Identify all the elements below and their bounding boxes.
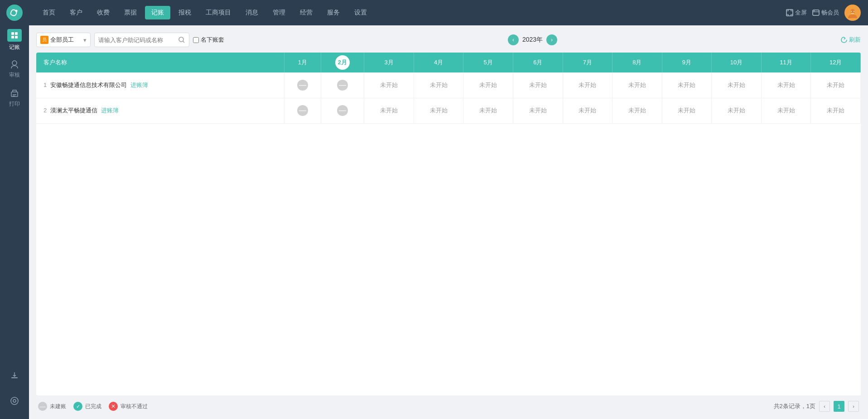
not-started-text: 未开始 — [479, 107, 497, 114]
year-nav: ‹ 2023年 › — [508, 34, 557, 45]
cell-feb: — — [321, 72, 364, 98]
not-started-text: 未开始 — [479, 82, 497, 88]
vip-btn[interactable]: 畅会员 — [812, 9, 839, 17]
refresh-label: 刷新 — [849, 36, 861, 44]
sidebar-item-bookkeeping[interactable]: 记账 — [0, 25, 29, 54]
cell-feb: — — [321, 98, 364, 123]
cell-jul: 未开始 — [563, 98, 612, 123]
not-started-text: 未开始 — [380, 107, 398, 114]
not-started-text: 未开始 — [430, 82, 448, 88]
legend-rejected: ✕ 审核不通过 — [109, 402, 148, 411]
table-row: 1安徽畅捷通信息技术有限公司进账簿——未开始未开始未开始未开始未开始未开始未开始… — [36, 72, 861, 98]
svg-point-12 — [814, 10, 815, 11]
cell-jun: 未开始 — [513, 72, 563, 98]
employee-dropdown-icon: ▾ — [83, 37, 87, 43]
my-accounts-checkbox[interactable] — [193, 37, 199, 43]
employee-select[interactable]: 员 全部员工 ▾ — [36, 33, 91, 47]
sidebar-audit-label: 审核 — [9, 71, 20, 79]
checkbox-wrap[interactable]: 名下账套 — [193, 36, 224, 44]
nav-business[interactable]: 工商项目 — [199, 6, 237, 19]
sidebar-item-print[interactable]: 打印 — [0, 83, 29, 112]
table-scroll: 客户名称 1月 2月 3月 4月 5月 6月 — [36, 53, 861, 124]
not-started-text: 未开始 — [579, 82, 596, 88]
not-started-text: 未开始 — [628, 82, 646, 88]
cell-aug: 未开始 — [612, 98, 662, 123]
prev-year-btn[interactable]: ‹ — [508, 34, 519, 45]
not-started-text: 未开始 — [678, 82, 695, 88]
search-input[interactable] — [98, 37, 175, 43]
col-apr: 4月 — [414, 53, 463, 72]
legend-red-icon: ✕ — [109, 402, 118, 411]
cell-apr: 未开始 — [414, 98, 463, 123]
col-jul: 7月 — [563, 53, 612, 72]
not-started-text: 未开始 — [678, 107, 695, 114]
nav-service[interactable]: 服务 — [321, 6, 346, 19]
svg-rect-4 — [15, 36, 18, 39]
cell-name: 2漠澜太平畅捷通信进账簿 — [36, 98, 285, 123]
legend-not-created: — 未建账 — [38, 402, 66, 411]
col-feb: 2月 — [321, 53, 364, 72]
vip-label: 畅会员 — [821, 9, 839, 17]
nav-billing[interactable]: 收费 — [91, 6, 116, 19]
nav-bookkeeping[interactable]: 记账 — [145, 6, 170, 19]
legend: — 未建账 ✓ 已完成 ✕ 审核不通过 — [38, 402, 148, 411]
refresh-btn[interactable]: 刷新 — [841, 36, 861, 44]
not-started-text: 未开始 — [579, 107, 596, 114]
col-jun: 6月 — [513, 53, 563, 72]
table-wrap: 客户名称 1月 2月 3月 4月 5月 6月 — [36, 53, 861, 395]
next-year-btn[interactable]: › — [546, 34, 557, 45]
cell-nov: 未开始 — [761, 72, 811, 98]
table-row: 2漠澜太平畅捷通信进账簿——未开始未开始未开始未开始未开始未开始未开始未开始未开… — [36, 98, 861, 123]
nav-messages[interactable]: 消息 — [239, 6, 265, 19]
col-mar: 3月 — [364, 53, 414, 72]
legend-rejected-label: 审核不通过 — [121, 403, 148, 410]
sidebar-item-audit[interactable]: 审核 — [0, 54, 29, 83]
nav-invoice[interactable]: 票据 — [118, 6, 143, 19]
cell-mar: 未开始 — [364, 98, 414, 123]
employee-icon: 员 — [40, 36, 48, 44]
nav-tax[interactable]: 报税 — [172, 6, 198, 19]
col-jan: 1月 — [285, 53, 321, 72]
fullscreen-btn[interactable]: 全屏 — [786, 9, 807, 17]
svg-point-9 — [13, 400, 16, 402]
svg-rect-7 — [11, 377, 18, 378]
user-avatar[interactable] — [844, 5, 861, 21]
year-display: 2023年 — [522, 36, 543, 44]
col-aug: 8月 — [612, 53, 662, 72]
not-started-text: 未开始 — [777, 82, 795, 88]
col-dec: 12月 — [811, 53, 861, 72]
svg-point-5 — [12, 61, 17, 65]
cell-name: 1安徽畅捷通信息技术有限公司进账簿 — [36, 72, 285, 98]
prev-page-btn[interactable]: ‹ — [819, 401, 830, 412]
status-dash-icon: — — [297, 80, 308, 91]
col-name: 客户名称 — [36, 53, 285, 72]
nav-customer[interactable]: 客户 — [63, 6, 89, 19]
bookkeeping-icon-box — [7, 29, 22, 42]
nav-operations[interactable]: 经营 — [294, 6, 319, 19]
nav-settings[interactable]: 设置 — [348, 6, 373, 19]
sidebar-support-btn[interactable] — [0, 390, 29, 412]
col-nov: 11月 — [761, 53, 811, 72]
svg-rect-3 — [11, 36, 14, 39]
cell-nov: 未开始 — [761, 98, 811, 123]
svg-rect-10 — [786, 10, 793, 16]
cell-aug: 未开始 — [612, 72, 662, 98]
sidebar-download-btn[interactable] — [0, 365, 29, 386]
sidebar-print-label: 打印 — [9, 100, 20, 108]
nav-home[interactable]: 首页 — [36, 6, 62, 19]
enter-ledger-link[interactable]: 进账簿 — [130, 82, 148, 88]
nav-management[interactable]: 管理 — [266, 6, 292, 19]
next-page-btn[interactable]: › — [848, 401, 859, 412]
nav-items: 首页 客户 收费 票据 记账 报税 工商项目 消息 管理 经营 服务 设置 — [36, 6, 786, 19]
cell-dec: 未开始 — [811, 98, 861, 123]
employee-select-value: 全部员工 — [50, 36, 82, 44]
search-input-wrap — [94, 33, 189, 47]
app-logo-icon — [6, 5, 23, 21]
row-num: 1 — [43, 82, 47, 88]
search-icon — [178, 36, 185, 43]
page-content: 员 全部员工 ▾ 名下账套 ‹ 2023年 › — [29, 25, 868, 419]
enter-ledger-link[interactable]: 进账簿 — [101, 107, 119, 114]
navbar-right: 全屏 畅会员 — [786, 5, 861, 21]
svg-rect-1 — [11, 32, 14, 35]
status-dash-icon: — — [297, 105, 308, 116]
